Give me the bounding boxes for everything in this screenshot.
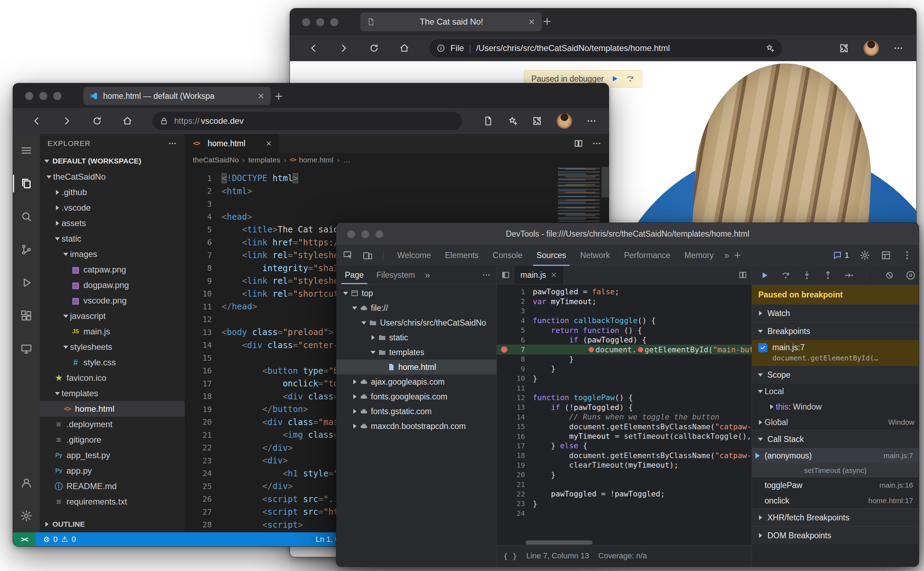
home-button[interactable]	[399, 43, 410, 54]
tree-item--vscode[interactable]: .vscode	[40, 200, 185, 216]
tree-item-style-css[interactable]: #style.css	[40, 355, 185, 370]
navigator-tab-filesystem[interactable]: Filesystem	[370, 266, 421, 284]
code-line[interactable]: 5 return function () {	[497, 326, 752, 335]
tab-sources[interactable]: Sources	[529, 245, 573, 266]
pretty-print-icon[interactable]: { }	[503, 552, 517, 560]
code-line[interactable]: 23}	[497, 499, 752, 508]
breadcrumb-file[interactable]: home.html	[299, 156, 334, 164]
chevron-right-icon[interactable]	[350, 422, 359, 431]
tab-network[interactable]: Network	[573, 245, 617, 266]
call-stack-frame-onclick[interactable]: onclick home.html:17	[752, 493, 919, 508]
close-window-button[interactable]	[25, 92, 33, 100]
tree-item-app-test-py[interactable]: Pyapp_test.py	[40, 448, 185, 463]
code-line[interactable]: 21	[497, 480, 752, 489]
line-number[interactable]: 3	[497, 307, 533, 315]
code-line[interactable]: 2<html>	[185, 185, 609, 198]
tree-item-app-py[interactable]: Pyapp.py	[40, 463, 185, 478]
line-number[interactable]: 23	[185, 456, 222, 465]
minimize-window-button[interactable]	[361, 230, 370, 238]
code-line[interactable]: 4<head>	[185, 211, 609, 224]
toggle-navigator-panel-icon[interactable]	[501, 270, 510, 279]
sources-tab-main-js[interactable]: main.js	[514, 266, 564, 284]
browser-tab-vscode[interactable]: home.html — default (Workspa	[84, 87, 271, 105]
line-number[interactable]: 23	[497, 499, 533, 508]
chevron-right-icon[interactable]	[350, 392, 359, 401]
call-stack-frame-togglepaw[interactable]: togglePaw main.js:16	[752, 477, 919, 493]
chevron-down-icon[interactable]	[62, 343, 70, 351]
line-number[interactable]: 5	[497, 326, 533, 334]
tree-item-javascript[interactable]: javascript	[40, 309, 185, 324]
favorite-star-icon[interactable]	[765, 43, 775, 53]
line-number[interactable]: 25	[185, 482, 222, 491]
tree-item-templates[interactable]: templates	[40, 386, 185, 401]
zoom-window-button[interactable]	[375, 230, 384, 238]
back-button[interactable]	[308, 43, 319, 54]
tree-item-file-[interactable]: file://	[336, 301, 497, 315]
search-view-button[interactable]	[13, 200, 40, 233]
chevron-down-icon[interactable]	[53, 235, 62, 243]
code-text[interactable]: // Runs when we toggle the button	[533, 412, 720, 421]
remote-indicator[interactable]: ><	[13, 532, 36, 546]
browser-tab-bar[interactable]: home.html — default (Workspa	[13, 83, 609, 108]
line-number[interactable]: 4	[185, 212, 222, 221]
line-number[interactable]: 14	[185, 341, 222, 349]
profile-avatar[interactable]	[557, 113, 572, 129]
scope-this-row[interactable]: this : Window	[752, 399, 919, 415]
add-tab-icon[interactable]	[733, 251, 742, 260]
home-button[interactable]	[122, 116, 133, 126]
remote-explorer-button[interactable]	[13, 332, 40, 365]
code-line[interactable]: 19 clearTimeout(myTimeout);	[497, 460, 752, 470]
dom-breakpoints-section-header[interactable]: DOM Breakpoints	[752, 526, 919, 544]
tree-item--github[interactable]: .github	[40, 185, 185, 200]
line-number[interactable]: 28	[185, 520, 222, 529]
address-bar[interactable]: https://vscode.dev	[152, 112, 462, 130]
line-number[interactable]: 7	[185, 251, 222, 260]
zoom-window-button[interactable]	[53, 92, 62, 100]
code-text[interactable]: }	[533, 355, 574, 364]
code-text[interactable]: return function () {	[533, 326, 642, 335]
tree-item-top[interactable]: top	[336, 286, 497, 301]
code-text[interactable]: if (pawToggled) {	[533, 335, 647, 344]
code-line[interactable]: 11	[497, 383, 752, 393]
close-tab-icon[interactable]	[257, 92, 265, 100]
tab-elements[interactable]: Elements	[438, 245, 486, 266]
favorite-star-icon[interactable]	[508, 116, 518, 126]
close-tab-icon[interactable]	[528, 18, 536, 26]
navigator-tab-page[interactable]: Page	[339, 266, 370, 284]
xhr-breakpoints-section-header[interactable]: XHR/fetch Breakpoints	[752, 508, 919, 526]
chevron-down-icon[interactable]	[53, 389, 62, 398]
minimize-window-button[interactable]	[316, 18, 324, 26]
code-line[interactable]: 10}	[497, 374, 752, 383]
chevron-down-icon[interactable]	[45, 173, 53, 181]
tree-item-templates[interactable]: templates	[336, 345, 497, 360]
close-window-button[interactable]	[302, 18, 310, 26]
step-over-icon[interactable]	[781, 270, 791, 280]
code-line[interactable]: 3	[497, 306, 752, 316]
reading-mode-icon[interactable]	[483, 116, 493, 126]
menu-button[interactable]	[13, 134, 40, 167]
devtools-title-bar[interactable]: DevTools - file:///Users/chris/src/theCa…	[336, 223, 919, 245]
line-number[interactable]: 8	[185, 264, 222, 273]
new-tab-button[interactable]	[273, 91, 284, 102]
extensions-puzzle-icon[interactable]	[532, 116, 543, 126]
breakpoints-section-header[interactable]: Breakpoints	[752, 322, 919, 340]
chevron-right-icon[interactable]	[53, 188, 62, 196]
tree-item-catpaw-png[interactable]: ▨catpaw.png	[40, 262, 185, 278]
settings-gear-icon[interactable]	[860, 250, 870, 261]
window-controls[interactable]	[302, 18, 339, 26]
code-line[interactable]: 15 document.getElementsByClassName("catp…	[497, 421, 752, 431]
code-text[interactable]: function callbackToggle() {	[533, 316, 656, 325]
editor-options-icon[interactable]	[738, 270, 748, 279]
code-line[interactable]: 24	[497, 508, 752, 518]
code-text[interactable]: </div>	[222, 443, 293, 453]
line-number[interactable]: 27	[185, 508, 222, 517]
step-icon[interactable]	[844, 270, 854, 280]
scope-section-header[interactable]: Scope	[752, 366, 919, 384]
close-tab-icon[interactable]	[550, 272, 557, 278]
explorer-view-button[interactable]	[13, 167, 40, 200]
devtools-menu-icon[interactable]	[902, 250, 912, 261]
code-text[interactable]: <div>	[222, 456, 288, 466]
tab-console[interactable]: Console	[486, 245, 529, 266]
issues-counter[interactable]: 1	[833, 251, 849, 260]
pause-on-exceptions-icon[interactable]	[906, 270, 916, 280]
